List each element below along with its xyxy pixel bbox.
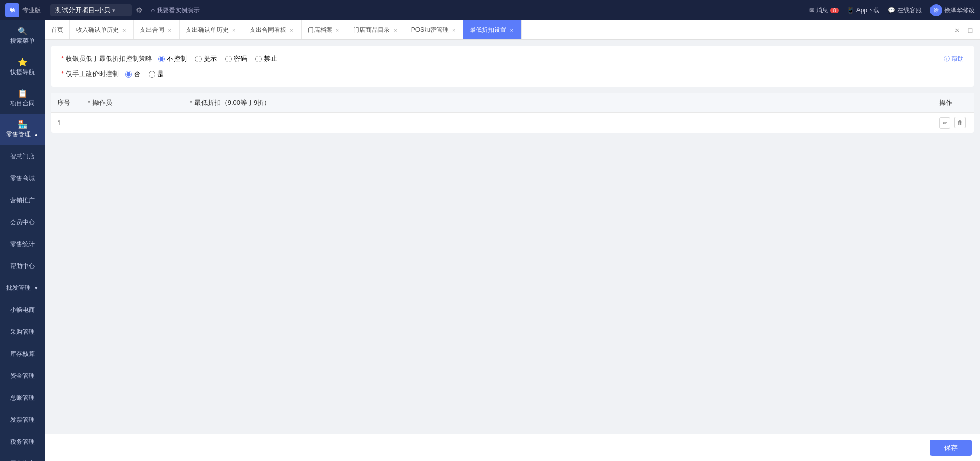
sidebar-label-wholesale: 批发管理 ▼ — [3, 284, 42, 293]
sidebar-item-purchase[interactable]: 采购管理 — [0, 321, 45, 343]
sidebar-label-help: 帮助中心 — [3, 262, 42, 271]
sidebar-item-retail[interactable]: 🏪 零售管理 ▲ — [0, 114, 45, 145]
online-service-btn[interactable]: 💬 在线客服 — [888, 6, 922, 15]
sidebar-item-search[interactable]: 🔍 搜索菜单 — [0, 20, 45, 52]
sidebar-item-nav[interactable]: ⭐ 快捷导航 — [0, 52, 45, 83]
logo-icon: 畅 — [5, 3, 19, 17]
discount-table-wrap: 序号 * 操作员 * 最低折扣（9.00等于9折） 操作 1 — [51, 93, 974, 133]
sidebar-item-ledger[interactable]: 总账管理 — [0, 386, 45, 408]
message-icon: ✉ — [809, 7, 814, 14]
manual-option-no[interactable]: 否 — [125, 69, 140, 79]
project-selector[interactable]: 测试分开项目-小贝 ▾ — [50, 4, 132, 16]
manual-option-yes[interactable]: 是 — [149, 69, 164, 79]
manual-label: 仅手工改价时控制 — [61, 69, 119, 79]
project-icon: 📋 — [18, 89, 28, 98]
strategy-option-forbid[interactable]: 禁止 — [255, 54, 277, 63]
sidebar-label-marketing: 营销推广 — [3, 196, 42, 205]
strategy-option-password[interactable]: 密码 — [225, 54, 247, 63]
cell-seq: 1 — [51, 113, 82, 133]
tab-expenditure[interactable]: 支出确认单历史 × — [180, 20, 243, 40]
maximize-tab-btn[interactable]: □ — [965, 25, 976, 36]
tab-contract[interactable]: 支出合同 × — [134, 20, 179, 40]
sidebar-item-project[interactable]: 📋 项目合同 — [0, 83, 45, 114]
strategy-label-remind: 提示 — [204, 54, 217, 63]
strategy-radio-password[interactable] — [225, 56, 232, 62]
settings-form: 收银员低于最低折扣控制策略 不控制 提示 密码 — [51, 46, 974, 87]
app-version: 专业版 — [22, 6, 41, 15]
app-download-btn[interactable]: 📱 App下载 — [847, 6, 879, 15]
sidebar-label-nav: 快捷导航 — [3, 68, 42, 77]
strategy-radio-forbid[interactable] — [255, 56, 262, 62]
user-name: 徐泽华修改 — [944, 6, 975, 15]
sidebar-item-tax[interactable]: 税务管理 — [0, 430, 45, 452]
settings-icon[interactable]: ⚙ — [136, 6, 142, 15]
sidebar-label-project: 项目合同 — [3, 99, 42, 108]
sidebar-item-retail-mall[interactable]: 零售商城 — [0, 167, 45, 189]
sidebar-item-finance[interactable]: 资金管理 — [0, 365, 45, 386]
sidebar-item-marketing[interactable]: 营销推广 — [0, 189, 45, 211]
tab-catalog[interactable]: 门店商品目录 × — [347, 20, 405, 40]
sidebar-label-search: 搜索菜单 — [3, 37, 42, 45]
edit-btn[interactable]: ✏ — [939, 117, 950, 129]
help-icon: ⓘ — [944, 55, 950, 63]
strategy-label-none: 不控制 — [167, 54, 187, 63]
strategy-option-remind[interactable]: 提示 — [195, 54, 217, 63]
tab-expenditure-close[interactable]: × — [231, 27, 237, 34]
tab-pos[interactable]: POS加密管理 × — [405, 20, 464, 40]
delete-btn[interactable]: 🗑 — [954, 117, 966, 128]
tab-board[interactable]: 支出合同看板 × — [243, 20, 301, 40]
sidebar-item-invoice[interactable]: 发票管理 — [0, 408, 45, 430]
tab-income-close[interactable]: × — [121, 27, 127, 34]
retail-icon: 🏪 — [18, 120, 28, 129]
demo-link-label: 我要看实例演示 — [157, 6, 200, 15]
tab-discount-close[interactable]: × — [508, 27, 514, 34]
discount-table: 序号 * 操作员 * 最低折扣（9.00等于9折） 操作 1 — [51, 93, 974, 133]
tab-store[interactable]: 门店档案 × — [302, 20, 347, 40]
tab-board-close[interactable]: × — [288, 27, 295, 34]
manual-radio-no[interactable] — [125, 71, 132, 78]
topbar-right: ✉ 消息 8 📱 App下载 💬 在线客服 徐 徐泽华修改 — [809, 4, 975, 16]
tab-catalog-close[interactable]: × — [392, 27, 398, 34]
col-header-operator: * 操作员 — [82, 93, 184, 113]
sidebar-item-ecommerce[interactable]: 小畅电商 — [0, 299, 45, 321]
sidebar-item-member[interactable]: 会员中心 — [0, 211, 45, 233]
messages-btn[interactable]: ✉ 消息 8 — [809, 6, 839, 15]
manual-radio-yes[interactable] — [149, 71, 155, 78]
user-menu[interactable]: 徐 徐泽华修改 — [930, 4, 975, 16]
strategy-option-none[interactable]: 不控制 — [158, 54, 187, 63]
sidebar: 🔍 搜索菜单 ⭐ 快捷导航 📋 项目合同 🏪 零售管理 ▲ 智慧门店 零售商城 … — [0, 20, 45, 461]
demo-link[interactable]: ○ 我要看实例演示 — [151, 6, 200, 15]
tab-store-close[interactable]: × — [334, 27, 340, 34]
tab-pos-close[interactable]: × — [451, 27, 457, 34]
sidebar-item-inventory[interactable]: 库存核算 — [0, 343, 45, 365]
sidebar-item-retail-stats[interactable]: 零售统计 — [0, 233, 45, 255]
manual-radio-group: 否 是 — [125, 69, 164, 79]
tab-discount[interactable]: 最低折扣设置 × — [463, 20, 521, 40]
strategy-label: 收银员低于最低折扣控制策略 — [61, 54, 152, 63]
sidebar-item-smart-store[interactable]: 智慧门店 — [0, 145, 45, 167]
col-header-seq: 序号 — [51, 93, 82, 113]
sidebar-label-tax: 税务管理 — [3, 438, 42, 446]
save-button[interactable]: 保存 — [930, 440, 972, 456]
strategy-label-password: 密码 — [234, 54, 247, 63]
tab-contract-label: 支出合同 — [140, 26, 164, 34]
online-service-label: 在线客服 — [897, 6, 922, 15]
app-logo: 畅 专业版 — [5, 3, 46, 17]
tab-income[interactable]: 收入确认单历史 × — [70, 20, 134, 40]
tab-home[interactable]: 首页 — [45, 20, 70, 40]
sidebar-item-help[interactable]: 帮助中心 — [0, 255, 45, 277]
close-tab-btn[interactable]: × — [951, 25, 963, 36]
table-scroll[interactable]: 序号 * 操作员 * 最低折扣（9.00等于9折） 操作 1 — [51, 93, 974, 133]
tab-contract-close[interactable]: × — [166, 27, 173, 34]
tab-home-label: 首页 — [51, 26, 63, 34]
sidebar-label-purchase: 采购管理 — [3, 328, 42, 336]
avatar: 徐 — [930, 4, 942, 16]
sidebar-item-wholesale[interactable]: 批发管理 ▼ — [0, 277, 45, 299]
sidebar-item-assets[interactable]: 固定资产 — [0, 452, 45, 461]
chevron-down-icon: ▾ — [112, 7, 115, 14]
strategy-radio-none[interactable] — [158, 56, 165, 62]
strategy-radio-remind[interactable] — [195, 56, 202, 62]
help-link[interactable]: ⓘ 帮助 — [944, 55, 964, 63]
strategy-radio-group: 不控制 提示 密码 禁止 — [158, 54, 277, 63]
table-header: 序号 * 操作员 * 最低折扣（9.00等于9折） 操作 — [51, 93, 974, 113]
